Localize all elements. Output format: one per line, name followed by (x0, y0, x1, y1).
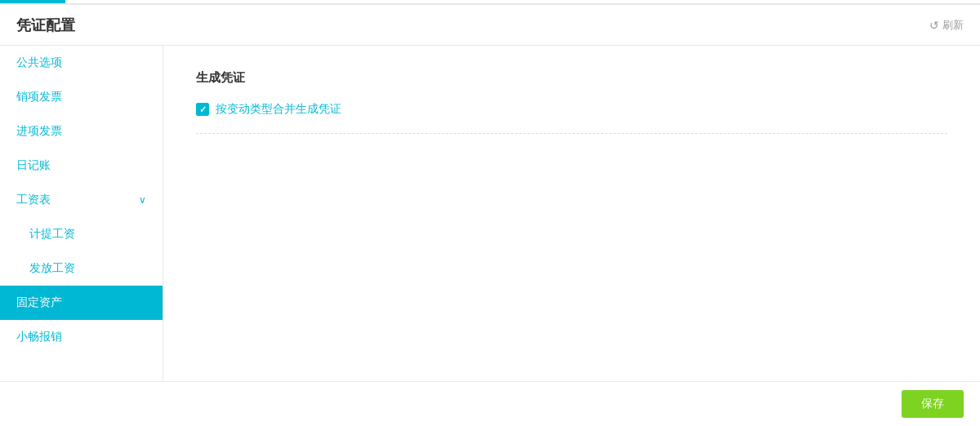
checkbox-row: 按变动类型合并生成凭证 (196, 102, 947, 117)
refresh-icon: ↺ (929, 19, 939, 32)
tab-active-bar (0, 0, 65, 3)
sidebar-item-label: 小畅报销 (16, 330, 62, 344)
sidebar-item-sales-invoice[interactable]: 销项发票 (0, 80, 163, 114)
sidebar-item-public-options[interactable]: 公共选项 (0, 46, 163, 80)
sidebar-item-purchase-invoice[interactable]: 进项发票 (0, 114, 163, 149)
checkbox-label[interactable]: 按变动类型合并生成凭证 (216, 102, 341, 117)
sidebar-item-distribute-payroll[interactable]: 发放工资 (0, 251, 163, 286)
sidebar-item-label: 日记账 (16, 158, 51, 173)
sidebar-item-label: 进项发票 (16, 124, 62, 139)
save-button[interactable]: 保存 (902, 390, 964, 418)
sidebar: 公共选项销项发票进项发票日记账工资表∨计提工资发放工资固定资产小畅报销 (0, 46, 163, 381)
sidebar-item-label: 发放工资 (29, 261, 75, 276)
sidebar-item-accrual-payroll[interactable]: 计提工资 (0, 217, 163, 251)
refresh-button[interactable]: ↺ 刷新 (929, 18, 964, 33)
sidebar-item-payroll[interactable]: 工资表∨ (0, 183, 163, 217)
header: 凭证配置 ↺ 刷新 (0, 5, 980, 46)
section-divider (196, 133, 947, 134)
sidebar-item-label: 公共选项 (16, 55, 62, 70)
sidebar-item-journal[interactable]: 日记账 (0, 149, 163, 183)
chevron-down-icon: ∨ (139, 194, 146, 206)
section-title: 生成凭证 (196, 70, 947, 86)
merge-type-checkbox[interactable] (196, 103, 209, 116)
sidebar-item-label: 计提工资 (29, 227, 75, 242)
page-title: 凭证配置 (16, 16, 75, 35)
sidebar-item-label: 工资表 (16, 193, 51, 207)
sidebar-item-expense-report[interactable]: 小畅报销 (0, 320, 163, 354)
sidebar-item-fixed-assets[interactable]: 固定资产 (0, 286, 163, 320)
main-content: 公共选项销项发票进项发票日记账工资表∨计提工资发放工资固定资产小畅报销 生成凭证… (0, 46, 980, 381)
sidebar-item-label: 销项发票 (16, 90, 62, 104)
footer: 保存 (0, 381, 980, 426)
content-area: 生成凭证 按变动类型合并生成凭证 (163, 46, 980, 381)
refresh-label: 刷新 (942, 18, 964, 33)
sidebar-item-label: 固定资产 (16, 295, 62, 310)
